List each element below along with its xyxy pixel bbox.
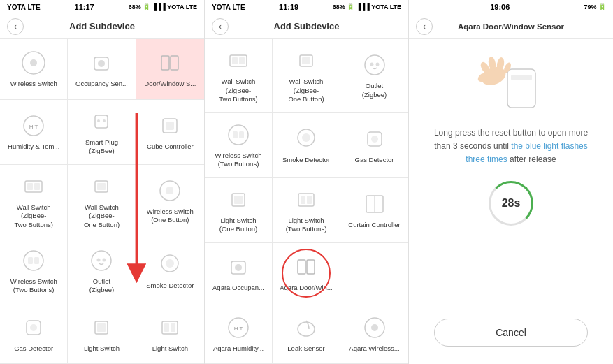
svg-point-42	[370, 63, 373, 66]
outlet-mid[interactable]: Outlet(Zigbee)	[340, 39, 408, 113]
icons-left: 68% 🔋 ▐▐▐ YOTA LTE	[129, 3, 197, 10]
smoke-mid-icon	[293, 126, 319, 152]
svg-rect-45	[233, 131, 238, 138]
cancel-label: Cancel	[496, 327, 526, 338]
wall-switch-two-mid-icon	[225, 48, 252, 74]
smart-plug-item[interactable]: Smart Plug(ZigBee)	[68, 100, 136, 165]
wall-switch-two-mid[interactable]: Wall Switch(ZigBee-Two Buttons)	[205, 39, 273, 113]
svg-point-59	[235, 264, 242, 271]
outlet-mid-label: Outlet(Zigbee)	[362, 82, 387, 99]
svg-point-24	[97, 258, 101, 261]
outlet-zigbee-item[interactable]: Outlet(Zigbee)	[68, 238, 136, 303]
header-left: ‹ Add Subdevice	[0, 14, 204, 39]
wireless-switch-one-label: Wireless Switch(One Button)	[147, 208, 194, 225]
svg-rect-40	[302, 57, 310, 64]
occupancy-sen-icon	[88, 50, 115, 76]
gas-mid[interactable]: Gas Detector	[340, 113, 408, 178]
header-title-left: Add Subdevice	[69, 21, 135, 31]
smoke-detector-left-item[interactable]: Smoke Detector	[136, 238, 204, 303]
wall-switch-one-item[interactable]: Wall Switch(ZigBee-One Button)	[68, 165, 136, 239]
svg-rect-22	[34, 257, 39, 264]
aqara-occupan-mid-icon	[225, 254, 252, 280]
occupancy-sen-item[interactable]: Occupancy Sen...	[68, 39, 136, 100]
aqara-door-win-mid[interactable]: Aqara Door/Win...	[273, 243, 340, 304]
back-button-mid[interactable]: ‹	[212, 18, 229, 35]
svg-rect-14	[27, 183, 33, 190]
light-two-mid[interactable]: Light Switch(Two Buttons)	[273, 178, 340, 243]
svg-rect-52	[234, 196, 243, 204]
wall-switch-one-label: Wall Switch(ZigBee-One Button)	[84, 203, 120, 229]
header-mid: ‹ Add Subdevice	[205, 14, 408, 39]
svg-point-27	[166, 259, 174, 268]
svg-text:H T: H T	[234, 326, 243, 332]
svg-rect-17	[97, 183, 106, 190]
timer-value: 28s	[502, 197, 521, 210]
icons-right: 79% 🔋	[584, 3, 606, 10]
svg-point-66	[371, 324, 378, 331]
svg-point-44	[229, 125, 248, 145]
blue-instruction-text: the blue light flashesthree times	[466, 141, 587, 164]
svg-rect-5	[171, 56, 178, 70]
svg-rect-21	[28, 257, 33, 264]
light-one-mid-icon	[225, 187, 252, 213]
aqara-wireless-mid-label: Aqara Wireless...	[349, 344, 399, 353]
back-button-left[interactable]: ‹	[7, 18, 24, 35]
cube-controller-label: Cube Controller	[147, 143, 194, 151]
curtain-mid[interactable]: Curtain Controller	[340, 178, 408, 243]
carrier-mid: YOTA LTE	[212, 3, 245, 11]
light-switch-left2-item[interactable]: Light Switch	[136, 303, 204, 364]
cube-controller-item[interactable]: Cube Controller	[136, 100, 204, 165]
svg-point-3	[98, 60, 105, 67]
timer-circle: 28s	[489, 181, 533, 226]
svg-rect-33	[164, 323, 169, 332]
svg-point-1	[30, 59, 37, 66]
mid-panel: YOTA LTE 11:19 68% 🔋 ▐▐▐ YOTA LTE ‹ Add …	[205, 0, 409, 364]
time-mid: 11:19	[279, 3, 298, 11]
back-button-right[interactable]: ‹	[416, 18, 433, 35]
left-panel: YOTA LTE 11:17 68% 🔋 ▐▐▐ YOTA LTE ‹ Add …	[0, 0, 205, 364]
wall-switch-two-mid-label: Wall Switch(ZigBee-Two Buttons)	[219, 78, 257, 103]
light-switch-left-item[interactable]: Light Switch	[68, 303, 136, 364]
wireless-switch-one-icon	[157, 177, 183, 204]
door-window-label: Door/Window S...	[144, 80, 196, 88]
wireless-two-mid[interactable]: Wireless Switch(Two Buttons)	[205, 113, 273, 178]
light-one-mid[interactable]: Light Switch(One Button)	[205, 178, 273, 243]
smoke-detector-left-icon	[157, 252, 183, 278]
aqara-wireless-mid[interactable]: Aqara Wireless...	[340, 303, 408, 364]
svg-point-29	[30, 324, 37, 331]
wireless-switch-item[interactable]: Wireless Switch	[0, 39, 68, 100]
wireless-two-mid-icon	[225, 122, 252, 148]
svg-point-43	[375, 63, 379, 66]
wall-switch-one-icon	[88, 173, 115, 200]
light-switch-left2-label: Light Switch	[152, 344, 188, 353]
wireless-switch-two-item[interactable]: Wireless Switch(Two Buttons)	[0, 238, 68, 303]
wireless-switch-one-item[interactable]: Wireless Switch(One Button)	[136, 165, 204, 239]
aqara-humidity-mid[interactable]: H T Aqara Humidity...	[205, 303, 273, 364]
header-title-mid: Add Subdevice	[274, 21, 340, 31]
svg-rect-15	[34, 183, 40, 190]
device-illustration	[469, 53, 553, 116]
gas-detector-left-label: Gas Detector	[14, 344, 53, 353]
aqara-occupan-mid[interactable]: Aqara Occupan...	[205, 243, 273, 304]
smoke-mid[interactable]: Smoke Detector	[273, 113, 340, 178]
svg-rect-31	[97, 323, 106, 332]
svg-point-10	[103, 119, 106, 122]
leak-sensor-mid[interactable]: Leak Sensor	[273, 303, 340, 364]
svg-rect-46	[239, 131, 244, 138]
cancel-button[interactable]: Cancel	[434, 319, 588, 347]
occupancy-sen-label: Occupancy Sen...	[75, 80, 128, 88]
light-one-mid-label: Light Switch(One Button)	[219, 217, 257, 234]
status-bar-mid: YOTA LTE 11:19 68% 🔋 ▐▐▐ YOTA LTE	[205, 0, 408, 14]
wall-switch-one-mid[interactable]: Wall Switch(ZigBee-One Button)	[273, 39, 340, 113]
wall-switch-two-item[interactable]: Wall Switch(ZigBee-Two Buttons)	[0, 165, 68, 239]
light-switch-left-label: Light Switch	[84, 344, 120, 353]
outlet-zigbee-label: Outlet(Zigbee)	[89, 277, 114, 295]
door-window-item[interactable]: Door/Window S...	[136, 39, 204, 100]
humidity-temp-item[interactable]: H T Humidity & Tem...	[0, 100, 68, 165]
empty-mid	[340, 243, 408, 304]
gas-detector-left-item[interactable]: Gas Detector	[0, 303, 68, 364]
svg-rect-8	[95, 115, 108, 128]
aqara-humidity-mid-label: Aqara Humidity...	[213, 344, 264, 353]
time-left: 11:17	[75, 3, 94, 11]
icons-mid: 68% 🔋 ▐▐▐ YOTA LTE	[333, 3, 401, 10]
